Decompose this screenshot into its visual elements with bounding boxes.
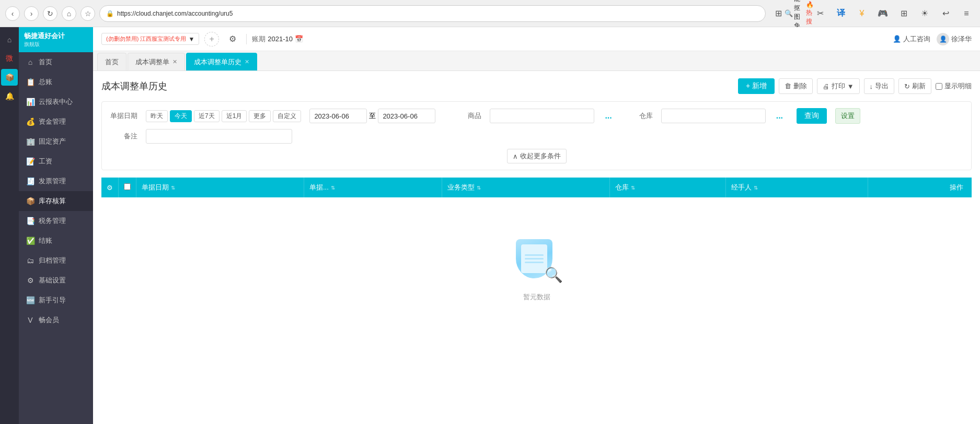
print-label: 打印 [832, 81, 845, 91]
forward-button[interactable]: › [24, 6, 39, 21]
collapse-btn[interactable]: ∧ 收起更多条件 [507, 149, 567, 163]
export-icon: ↓ [870, 83, 873, 90]
sort-number-icon: ⇅ [331, 185, 335, 191]
date-to-input[interactable] [378, 109, 435, 123]
custom-btn[interactable]: 自定义 [273, 110, 301, 122]
delete-btn[interactable]: 🗑 删除 [779, 78, 813, 94]
one-month-btn[interactable]: 近1月 [222, 110, 247, 122]
icon-sidebar-home[interactable]: ⌂ [1, 31, 18, 48]
goods-label: 商品 [454, 111, 481, 121]
sidebar-item-general-ledger[interactable]: 📋总账 [19, 72, 93, 92]
display-toggle[interactable]: 显示明细 [936, 81, 972, 91]
sidebar-item-payroll[interactable]: 📝工资 [19, 151, 93, 171]
tab-close-cost-adjust-history[interactable]: ✕ [245, 58, 249, 65]
refresh-btn[interactable]: ↻ 刷新 [898, 78, 931, 94]
select-all-checkbox[interactable] [124, 183, 131, 190]
menu-icon[interactable]: ≡ [958, 5, 975, 22]
sidebar-item-inventory[interactable]: 📦库存核算 [19, 191, 93, 211]
apps-icon[interactable]: ⊞ [895, 5, 912, 22]
sidebar-item-fund-mgmt[interactable]: 💰资金管理 [19, 112, 93, 132]
url-bar[interactable]: 🔒 https://cloud.chanjet.com/accounting/u… [99, 5, 766, 22]
icon-sidebar-inventory[interactable]: 📦 [1, 69, 18, 86]
calendar-icon[interactable]: 📅 [295, 35, 303, 43]
extensions-button[interactable]: ⊞ [770, 5, 787, 22]
export-label: 导出 [875, 81, 889, 91]
today-btn[interactable]: 今天 [170, 110, 192, 122]
main-area: (勿删勿禁用) 江西服宝测试专用 ▼ + ⚙ 账期 2021-10 📅 👤 人工… [93, 27, 980, 424]
sidebar-item-report-center[interactable]: 📊云报表中心 [19, 92, 93, 112]
star-button[interactable]: ☆ [80, 6, 95, 21]
sidebar-icon-membership: V [26, 316, 34, 324]
browser-right-icons: ⊞ 🔍 360智能抠图免费用 🔥热搜 ✂ 译 ¥ 🎮 ⊞ ☀ ↩ ≡ [770, 5, 975, 22]
seven-days-btn[interactable]: 近7天 [194, 110, 220, 122]
export-btn[interactable]: ↓ 导出 [864, 78, 895, 94]
undo-icon[interactable]: ↩ [937, 5, 954, 22]
user-avatar: 👤 [937, 33, 949, 45]
company-selector[interactable]: (勿删勿禁用) 江西服宝测试专用 ▼ [101, 33, 199, 45]
goods-more-icon[interactable]: ... [605, 111, 612, 121]
tab-home[interactable]: 首页 [97, 53, 126, 70]
sidebar-item-tax-mgmt[interactable]: 📑税务管理 [19, 211, 93, 231]
add-company-btn[interactable]: + [204, 32, 219, 46]
print-btn[interactable]: 🖨 打印 ▼ [817, 78, 860, 94]
user-menu[interactable]: 👤 徐泽华 [937, 33, 972, 45]
company-dropdown-icon: ▼ [188, 36, 194, 43]
help-btn[interactable]: 👤 人工咨询 [893, 34, 930, 44]
filter-area: 单据日期 昨天 今天 近7天 近1月 更多 自定义 至 [101, 101, 972, 170]
sidebar-label-tax-mgmt: 税务管理 [39, 216, 66, 226]
wallet-icon[interactable]: ¥ [854, 5, 870, 22]
sidebar-item-basic-settings[interactable]: ⚙基础设置 [19, 270, 93, 290]
th-business-type[interactable]: 业务类型 ⇅ [442, 178, 609, 197]
display-checkbox[interactable] [936, 83, 942, 90]
filter-row-note: 备注 [110, 129, 963, 144]
sort-biz-icon: ⇅ [477, 185, 481, 191]
main-sidebar: 畅捷通好会计 旗舰版 ⌂首页📋总账📊云报表中心💰资金管理🏢固定资产📝工资🧾发票管… [19, 27, 93, 424]
th-handler-label: 经手人 [731, 183, 752, 192]
add-btn[interactable]: + 新增 [738, 78, 775, 94]
goods-input[interactable] [490, 109, 594, 123]
th-settings[interactable]: ⚙ [101, 178, 119, 197]
date-from-input[interactable] [309, 109, 367, 123]
note-label: 备注 [110, 132, 137, 141]
th-number[interactable]: 单据... ⇅ [304, 178, 442, 197]
th-date-label: 单据日期 [142, 183, 169, 192]
sidebar-label-fixed-assets: 固定资产 [39, 137, 66, 146]
warehouse-input[interactable] [661, 109, 766, 123]
sidebar-item-membership[interactable]: V畅会员 [19, 310, 93, 330]
home-button[interactable]: ⌂ [62, 6, 76, 21]
sidebar-menu: ⌂首页📋总账📊云报表中心💰资金管理🏢固定资产📝工资🧾发票管理📦库存核算📑税务管理… [19, 52, 93, 424]
brightness-icon[interactable]: ☀ [916, 5, 933, 22]
back-button[interactable]: ‹ [5, 6, 20, 21]
sidebar-item-archive-mgmt[interactable]: 🗂归档管理 [19, 251, 93, 270]
tab-cost-adjust[interactable]: 成本调整单✕ [128, 53, 185, 70]
game-icon[interactable]: 🎮 [874, 5, 891, 22]
sidebar-item-closing[interactable]: ✅结账 [19, 231, 93, 251]
note-input[interactable] [146, 129, 292, 144]
sidebar-item-home[interactable]: ⌂首页 [19, 52, 93, 72]
icon-sidebar-notification[interactable]: 🔔 [1, 88, 18, 104]
translate-icon[interactable]: 译 [833, 5, 849, 22]
th-date[interactable]: 单据日期 ⇅ [136, 178, 304, 197]
sidebar-icon-inventory: 📦 [26, 197, 34, 205]
refresh-button[interactable]: ↻ [43, 6, 57, 21]
filter-settings-btn[interactable]: 设置 [835, 108, 860, 124]
more-btn[interactable]: 更多 [249, 110, 271, 122]
refresh-label: 刷新 [912, 81, 926, 91]
settings-gear-icon[interactable]: ⚙ [224, 31, 241, 48]
sidebar-item-fixed-assets[interactable]: 🏢固定资产 [19, 132, 93, 151]
th-warehouse[interactable]: 仓库 ⇅ [609, 178, 726, 197]
tab-cost-adjust-history[interactable]: 成本调整单历史✕ [186, 53, 257, 70]
tab-close-cost-adjust[interactable]: ✕ [172, 58, 177, 65]
cut-icon[interactable]: ✂ [812, 5, 828, 22]
sidebar-item-invoice-mgmt[interactable]: 🧾发票管理 [19, 171, 93, 191]
data-table: ⚙ 单据日期 ⇅ 单据... [101, 178, 972, 344]
search-ext-button[interactable]: 🔍 360智能抠图免费用 🔥热搜 [791, 5, 808, 22]
warehouse-more-icon[interactable]: ... [776, 111, 783, 121]
search-btn[interactable]: 查询 [797, 108, 827, 124]
sidebar-item-new-guide[interactable]: 🆕新手引导 [19, 290, 93, 310]
sidebar-icon-payroll: 📝 [26, 157, 34, 166]
th-checkbox[interactable] [119, 178, 136, 197]
icon-sidebar-weibo[interactable]: 微 [1, 50, 18, 67]
yesterday-btn[interactable]: 昨天 [146, 110, 168, 122]
th-handler[interactable]: 经手人 ⇅ [726, 178, 868, 197]
